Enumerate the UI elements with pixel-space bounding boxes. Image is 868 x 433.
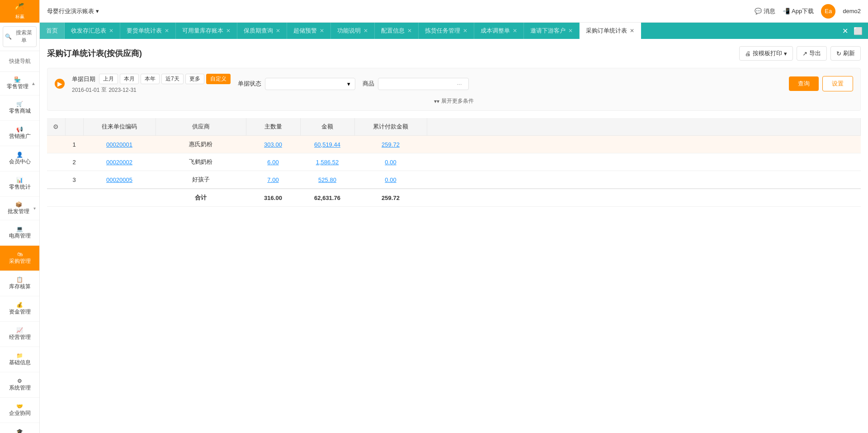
newbie-icon: 🎓 [16, 428, 23, 433]
row2-unit-code[interactable]: 00020002 [83, 153, 156, 171]
query-button[interactable]: 查询 [789, 76, 819, 91]
tab-purchase-stats-close-icon[interactable]: ✕ [630, 28, 634, 34]
table-settings-icon[interactable]: ⚙ [53, 123, 59, 130]
row3-index: 3 [65, 171, 83, 189]
tab-overstock[interactable]: 超储预警 ✕ [287, 23, 331, 39]
row3-unit-code[interactable]: 00020005 [83, 171, 156, 189]
sidebar-item-label-operation: 经营管理 [9, 333, 31, 341]
row2-quantity[interactable]: 6.00 [246, 153, 300, 171]
row1-paid[interactable]: 259.72 [354, 136, 427, 153]
workspace-label: 母婴行业演示账表 [47, 7, 94, 15]
sidebar-search-section: 🔍 搜索菜单 [0, 23, 39, 51]
sidebar-item-basic[interactable]: 📁 基础信息 [0, 347, 39, 372]
shortcut-7days[interactable]: 近7天 [161, 74, 184, 84]
app-logo[interactable]: 🍊 标赢 [0, 0, 39, 23]
sidebar-item-newbie[interactable]: 🎓 新手引导 [0, 423, 39, 433]
row2-amount[interactable]: 1,586.52 [300, 153, 354, 171]
chevron-down-icon: ▾ [33, 206, 36, 211]
filter-area: ▶ 单据日期 上月 本月 本年 近7天 更多 自定义 [47, 68, 861, 111]
row1-quantity[interactable]: 303.00 [246, 136, 300, 153]
shortcut-last-month[interactable]: 上月 [99, 74, 118, 84]
sidebar-item-purchase[interactable]: 🛍 采购管理 [0, 246, 39, 271]
row2-index: 2 [65, 153, 83, 171]
sidebar: 🍊 标赢 🔍 搜索菜单 快捷导航 🏪 零售管理 ▲ 🛒 零售商城 [0, 0, 40, 433]
expand-button[interactable]: ▾▾ 展开更多条件 [434, 97, 474, 105]
tab-cost-close-icon[interactable]: ✕ [513, 28, 517, 34]
row3-amount[interactable]: 525.80 [300, 171, 354, 189]
tab-config-close-icon[interactable]: ✕ [407, 28, 412, 34]
tab-expiry[interactable]: 保质期查询 ✕ [237, 23, 287, 39]
print-button[interactable]: 🖨 按模板打印 ▾ [739, 46, 793, 61]
sidebar-item-finance[interactable]: 💰 资金管理 [0, 296, 39, 322]
tab-overstock-close-icon[interactable]: ✕ [320, 28, 324, 34]
app-download-button[interactable]: 📲 App下载 [783, 7, 814, 15]
filter-row: ▶ 单据日期 上月 本月 本年 近7天 更多 自定义 [55, 74, 853, 94]
row3-paid[interactable]: 0.00 [354, 171, 427, 189]
tab-maximize-button[interactable]: ⬜ [852, 25, 864, 37]
sidebar-item-wholesale[interactable]: 📦 批发管理 ▾ [0, 197, 39, 220]
goods-input[interactable] [383, 81, 455, 87]
sidebar-item-member[interactable]: 👤 会员中心 [0, 146, 39, 171]
tab-invite-close-icon[interactable]: ✕ [568, 28, 573, 34]
date-filter-group: 单据日期 上月 本月 本年 近7天 更多 自定义 [72, 74, 231, 84]
tab-picking-close-icon[interactable]: ✕ [463, 28, 467, 34]
sidebar-item-inventory-check[interactable]: 📋 库存核算 [0, 271, 39, 296]
row2-paid[interactable]: 0.00 [354, 153, 427, 171]
row1-unit-code[interactable]: 00020001 [83, 136, 156, 153]
tab-picking-label: 拣货任务管理 [425, 27, 460, 35]
row3-quantity[interactable]: 7.00 [246, 171, 300, 189]
filter-toggle-button[interactable]: ▶ [55, 79, 65, 89]
status-select[interactable]: ▾ [265, 78, 355, 90]
marketing-icon: 📢 [16, 126, 23, 133]
sidebar-item-operation[interactable]: 📈 经营管理 [0, 322, 39, 347]
tab-close-all-button[interactable]: ✕ [840, 25, 850, 37]
tab-order-stats-close-icon[interactable]: ✕ [165, 28, 169, 34]
export-button[interactable]: ↗ 导出 [797, 46, 827, 61]
footer-index [65, 189, 83, 207]
shortcut-this-year[interactable]: 本年 [141, 74, 160, 84]
page-title: 采购订单统计表(按供应商) [47, 48, 142, 59]
message-button[interactable]: 💬 消息 [755, 7, 775, 15]
sidebar-item-marketing[interactable]: 📢 营销推广 [0, 121, 39, 146]
tab-inventory-close-icon[interactable]: ✕ [226, 28, 231, 34]
print-icon: 🖨 [745, 50, 751, 57]
tab-config[interactable]: 配置信息 ✕ [375, 23, 419, 39]
shortcut-more[interactable]: 更多 [185, 74, 204, 84]
row1-amount[interactable]: 60,519.44 [300, 136, 354, 153]
shortcut-this-month[interactable]: 本月 [120, 74, 139, 84]
tab-picking[interactable]: 拣货任务管理 ✕ [419, 23, 474, 39]
tab-expiry-close-icon[interactable]: ✕ [276, 28, 280, 34]
refresh-button[interactable]: ↻ 刷新 [830, 46, 861, 61]
sidebar-item-retail-stats[interactable]: 📊 零售统计 [0, 171, 39, 197]
filter-date-group: 单据日期 上月 本月 本年 近7天 更多 自定义 [72, 74, 231, 94]
quick-nav-button[interactable]: 快捷导航 [3, 55, 37, 68]
chevron-icon: ▲ [31, 81, 36, 86]
sidebar-item-ecommerce[interactable]: 💻 电商管理 [0, 220, 39, 246]
shortcut-custom[interactable]: 自定义 [206, 74, 231, 84]
workspace-dropdown-icon: ▾ [96, 8, 99, 14]
retail-mgmt-icon: 🏪 [14, 76, 21, 83]
sidebar-item-retail-mgmt[interactable]: 🏪 零售管理 ▲ [0, 72, 39, 95]
tab-function[interactable]: 功能说明 ✕ [331, 23, 375, 39]
tab-home[interactable]: 首页 [40, 23, 65, 39]
tab-cost[interactable]: 成本调整单 ✕ [474, 23, 524, 39]
search-menu-button[interactable]: 🔍 搜索菜单 [3, 26, 37, 47]
user-avatar[interactable]: Ea [821, 4, 835, 19]
tab-order-stats[interactable]: 要货单统计表 ✕ [120, 23, 176, 39]
goods-more-icon[interactable]: ··· [455, 81, 464, 87]
tab-inventory[interactable]: 可用量库存账本 ✕ [176, 23, 237, 39]
tab-purchase-stats[interactable]: 采购订单统计表 ✕ [580, 23, 641, 39]
settings-button[interactable]: 设置 [822, 76, 853, 91]
sidebar-item-retail-mall[interactable]: 🛒 零售商城 [0, 95, 39, 121]
tab-invite[interactable]: 邀请下游客户 ✕ [524, 23, 580, 39]
col-unit-code-header: 往来单位编码 [83, 118, 156, 136]
tab-function-close-icon[interactable]: ✕ [363, 28, 368, 34]
tab-collection-close-icon[interactable]: ✕ [109, 28, 113, 34]
sidebar-item-cooperation[interactable]: 🤝 企业协同 [0, 398, 39, 423]
footer-quantity: 316.00 [246, 189, 300, 207]
footer-extra [427, 189, 861, 207]
sidebar-item-system[interactable]: ⚙ 系统管理 [0, 372, 39, 398]
tab-collection[interactable]: 收发存汇总表 ✕ [65, 23, 120, 39]
workspace-selector[interactable]: 母婴行业演示账表 ▾ [47, 7, 99, 15]
filter-action-buttons: 查询 设置 [789, 76, 853, 91]
